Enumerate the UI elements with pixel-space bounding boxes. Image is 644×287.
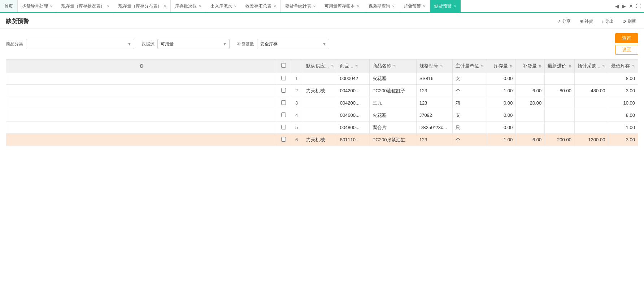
unit-header[interactable]: 主计量单位 ⇅ [452, 59, 487, 72]
row-min-stock: 8.00 [608, 72, 638, 85]
refresh-button[interactable]: ↺ 刷新 [620, 17, 638, 26]
tab-inout-flow[interactable]: 出入库流水 × [206, 0, 241, 13]
row-spec: 123 [416, 134, 452, 146]
replenish-qty-header[interactable]: 补货量 ⇅ [516, 59, 545, 72]
row-stock: 0.00 [487, 109, 516, 122]
tab-close-all-button[interactable]: ✕ [627, 3, 635, 10]
category-label: 商品分类 [6, 41, 23, 47]
row-checkbox[interactable] [281, 76, 286, 80]
tab-batch[interactable]: 库存批次账 × [171, 0, 206, 13]
row-index: 3 [290, 97, 303, 109]
row-supplier [303, 72, 337, 85]
stock-sort-icon: ⇅ [510, 64, 513, 68]
latest-price-header[interactable]: 最新进价 ⇅ [545, 59, 575, 72]
query-button[interactable]: 查询 [615, 33, 638, 43]
row-min-stock: 3.00 [608, 134, 638, 146]
row-replenish-qty [516, 72, 545, 85]
gear-settings-header[interactable]: ⚙ [6, 59, 277, 72]
close-shortage-tab[interactable]: × [454, 4, 456, 8]
tab-exception[interactable]: 拣货异常处理 × [18, 0, 57, 13]
replenish-base-select-wrapper: 安全库存 最低库存 ▼ [257, 39, 329, 49]
tab-demand-stats[interactable]: 要货单统计表 × [281, 0, 320, 13]
tab-prev-button[interactable]: ◀ [614, 3, 621, 10]
row-checkbox[interactable] [281, 100, 286, 105]
tab-next-button[interactable]: ▶ [621, 3, 627, 10]
stock-header[interactable]: 库存量 ⇅ [487, 59, 516, 72]
row-latest-price: 80.00 [545, 85, 575, 97]
row-latest-price: 200.00 [545, 134, 575, 146]
row-checkbox[interactable] [281, 112, 286, 117]
row-index: 2 [290, 85, 303, 97]
tab-maximize-button[interactable]: ⛶ [635, 3, 643, 10]
tab-stock-dist[interactable]: 现存量（库存分布表） × [114, 0, 171, 13]
close-expiry-query-tab[interactable]: × [392, 4, 395, 8]
row-supplier: 力天机械 [303, 134, 337, 146]
row-gear-icon[interactable] [6, 134, 277, 146]
category-filter-group: 商品分类 ▼ [6, 39, 134, 49]
row-index: 1 [290, 72, 303, 85]
close-receive-summary-tab[interactable]: × [274, 4, 276, 8]
close-demand-stats-tab[interactable]: × [313, 4, 316, 8]
tab-receive-summary[interactable]: 收发存汇总表 × [241, 0, 280, 13]
row-checkbox-cell [277, 85, 290, 97]
table-row: 4 004600... 火花塞 J7092 支 0.00 8.00 [6, 109, 638, 122]
row-gear-icon[interactable] [6, 85, 277, 97]
row-gear-icon[interactable] [6, 109, 277, 122]
min-stock-header[interactable]: 最低库存 ⇅ [608, 59, 638, 72]
row-unit: 箱 [452, 97, 487, 109]
row-stock: 0.00 [487, 97, 516, 109]
tab-expiry-query[interactable]: 保质期查询 × [364, 0, 399, 13]
page-container: 缺货预警 ↗ 分享 ⊞ 补货 ↓ 导出 ↺ 刷新 商品分类 [0, 13, 644, 287]
product-code-header[interactable]: 商品... ⇅ [337, 59, 369, 72]
row-stock: -1.00 [487, 85, 516, 97]
select-all-checkbox[interactable] [281, 63, 286, 68]
row-gear-icon[interactable] [6, 122, 277, 134]
row-unit: 支 [452, 109, 487, 122]
spec-header[interactable]: 规格型号 ⇅ [416, 59, 452, 72]
row-replenish-qty: 6.00 [516, 134, 545, 146]
data-source-select[interactable]: 可用量 库存量 [157, 39, 230, 49]
row-product-code: 004800... [337, 122, 369, 134]
close-stock-status-tab[interactable]: × [107, 4, 109, 8]
row-est-purchase [574, 109, 608, 122]
tab-home[interactable]: 首页 [0, 0, 18, 13]
export-button[interactable]: ↓ 导出 [600, 17, 616, 26]
data-source-filter-group: 数据源 可用量 库存量 ▼ [142, 39, 230, 49]
tab-available-ledger[interactable]: 可用量库存账本 × [320, 0, 364, 13]
unit-sort-icon: ⇅ [481, 64, 484, 68]
table-row: 3 004200... 三九 123 箱 0.00 20.00 10.00 [6, 97, 638, 109]
settings-button[interactable]: 设置 [615, 45, 638, 55]
product-name-header[interactable]: 商品名称 ⇅ [369, 59, 416, 72]
supplier-sort-icon: ⇅ [331, 64, 334, 68]
row-gear-icon[interactable] [6, 97, 277, 109]
replenish-button[interactable]: ⊞ 补货 [577, 17, 595, 26]
supplier-header[interactable]: 默认供应... ⇅ [303, 59, 337, 72]
close-overstock-tab[interactable]: × [423, 4, 425, 8]
tab-overstock[interactable]: 超储预警 × [399, 0, 430, 13]
row-latest-price [545, 122, 575, 134]
replenish-base-select[interactable]: 安全库存 最低库存 [257, 39, 329, 49]
row-min-stock: 8.00 [608, 109, 638, 122]
close-available-ledger-tab[interactable]: × [357, 4, 359, 8]
tab-shortage[interactable]: 缺货预警 × [430, 0, 461, 13]
filter-bar: 商品分类 ▼ 数据源 可用量 库存量 ▼ 补货基数 [0, 29, 644, 59]
latest-price-sort-icon: ⇅ [569, 64, 571, 68]
tab-stock-status[interactable]: 现存量（库存状况表） × [57, 0, 114, 13]
table-row: 2 力天机械 004200... PC200油缸缸子 123 个 -1.00 6… [6, 85, 638, 97]
close-stock-dist-tab[interactable]: × [164, 4, 166, 8]
row-gear-icon[interactable] [6, 72, 277, 85]
row-est-purchase [574, 97, 608, 109]
row-checkbox[interactable] [281, 137, 286, 142]
row-checkbox-cell [277, 109, 290, 122]
close-inout-flow-tab[interactable]: × [234, 4, 236, 8]
filter-actions: 查询 设置 [615, 33, 638, 55]
close-exception-tab[interactable]: × [50, 4, 52, 8]
row-replenish-qty [516, 109, 545, 122]
est-purchase-header[interactable]: 预计采购... ⇅ [574, 59, 608, 72]
row-checkbox[interactable] [281, 125, 286, 129]
close-batch-tab[interactable]: × [199, 4, 201, 8]
category-select[interactable] [26, 39, 134, 49]
row-unit: 支 [452, 72, 487, 85]
row-checkbox[interactable] [281, 88, 286, 93]
share-button[interactable]: ↗ 分享 [555, 17, 573, 26]
